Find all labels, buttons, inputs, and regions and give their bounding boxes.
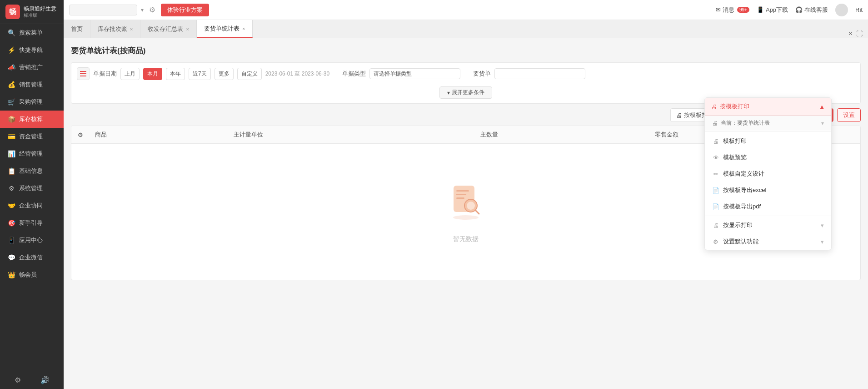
headset-icon: 🎧 (795, 6, 803, 13)
svg-rect-0 (80, 71, 86, 72)
finance-icon: 💳 (7, 132, 15, 141)
svg-rect-5 (456, 190, 469, 192)
volume-icon[interactable]: 🔊 (40, 376, 50, 384)
tab-batch[interactable]: 库存批次账 × (90, 20, 140, 38)
online-service-item[interactable]: 🎧 在线客服 (795, 6, 828, 14)
dropdown-template-export-excel[interactable]: 📄 按模板导出excel (705, 182, 831, 198)
sidebar-item-basic[interactable]: 📋 基础信息 (0, 162, 64, 180)
date-custom[interactable]: 自定义 (237, 68, 262, 80)
date-more[interactable]: 更多 (215, 68, 234, 80)
sidebar-item-inventory[interactable]: 📦 库存核算 (0, 111, 64, 128)
template-design-icon: ✏ (712, 170, 719, 177)
wechat-icon: 💬 (7, 253, 15, 262)
member-icon: 👑 (7, 271, 15, 279)
tab-batch-close[interactable]: × (130, 26, 133, 32)
tab-collection[interactable]: 收发存汇总表 × (140, 20, 196, 38)
goods-label: 要货单 (473, 70, 491, 78)
dropdown-display-print[interactable]: 🖨 按显示打印 ▾ (705, 217, 831, 233)
svg-rect-2 (80, 76, 86, 76)
settings-button[interactable]: 设置 (837, 108, 861, 122)
set-default-arrow: ▾ (821, 238, 824, 245)
tab-collection-close[interactable]: × (186, 26, 189, 32)
sidebar-item-enterprise[interactable]: 🤝 企业协同 (0, 197, 64, 214)
filter-row-1: 单据日期 上月 本月 本年 近7天 更多 自定义 2023-06-01 至 20… (77, 67, 855, 80)
topbar-search-input[interactable] (69, 5, 137, 15)
notification-badge: 99+ (737, 7, 749, 13)
col-goods: 商品 (90, 126, 228, 144)
filter-toggle-btn[interactable] (77, 67, 90, 80)
set-default-icon: ⚙ (712, 238, 719, 245)
current-template-row[interactable]: 🖨 当前：要货单统计表 ▾ (705, 116, 831, 131)
dropdown-template-design[interactable]: ✏ 模板自定义设计 (705, 166, 831, 182)
sidebar-item-purchase[interactable]: 🛒 采购管理 (0, 93, 64, 111)
app-download-icon: 📱 (757, 6, 764, 13)
topbar-gear-icon[interactable]: ⚙ (149, 5, 155, 14)
topbar-dropdown-arrow[interactable]: ▾ (141, 7, 144, 13)
app-logo: 畅 畅康通好生意 标准版 (0, 0, 64, 24)
sidebar-bottom: ⚙ 🔊 (0, 371, 64, 389)
date-this-month[interactable]: 本月 (143, 68, 162, 80)
dropdown-divider-2 (705, 216, 831, 216)
template-pdf-icon: 📄 (712, 203, 719, 210)
app-download-item[interactable]: 📱 App下载 (757, 6, 788, 14)
tab-close-all-icon[interactable]: × (848, 30, 853, 38)
basic-icon: 📋 (7, 167, 15, 175)
marketing-icon: 📣 (7, 63, 15, 71)
sidebar-item-quick-nav[interactable]: ⚡ 快捷导航 (0, 41, 64, 59)
sidebar-item-guide[interactable]: 🎯 新手引导 (0, 214, 64, 232)
print-dropdown-close-arrow[interactable]: ▲ (819, 103, 825, 110)
col-settings[interactable]: ⚙ (71, 126, 90, 144)
svg-rect-7 (456, 197, 464, 199)
sidebar-item-sales[interactable]: 💰 销售管理 (0, 76, 64, 93)
print-dropdown-title: 🖨 按模板打印 (711, 102, 749, 111)
svg-rect-6 (456, 194, 466, 195)
purchase-icon: 🛒 (7, 98, 15, 106)
order-type-select[interactable]: 请选择单据类型 (369, 68, 460, 79)
settings-bottom-icon[interactable]: ⚙ (15, 376, 21, 384)
printer-icon: 🖨 (676, 112, 682, 119)
avatar[interactable] (835, 4, 848, 16)
date-7days[interactable]: 近7天 (189, 68, 211, 80)
date-range-display: 2023-06-01 至 2023-06-30 (265, 70, 329, 78)
date-last-month[interactable]: 上月 (120, 68, 140, 80)
order-type-label: 单据类型 (342, 70, 366, 78)
date-this-year[interactable]: 本年 (166, 68, 185, 80)
sidebar-nav: 🔍 搜索菜单 ⚡ 快捷导航 📣 营销推广 💰 销售管理 🛒 采购管理 📦 库存核… (0, 24, 64, 371)
dropdown-template-preview[interactable]: 👁 模板预览 (705, 149, 831, 166)
trial-button[interactable]: 体验行业方案 (161, 4, 209, 16)
topbar-right: ✉ 消息 99+ 📱 App下载 🎧 在线客服 Rit (716, 4, 863, 16)
template-preview-icon: 👁 (712, 154, 719, 161)
app-center-icon: 📱 (7, 236, 15, 244)
tab-home[interactable]: 首页 (64, 20, 90, 38)
sidebar-item-app-center[interactable]: 📱 应用中心 (0, 232, 64, 249)
username: Rit (855, 6, 863, 13)
template-excel-icon: 📄 (712, 187, 719, 194)
dropdown-set-default[interactable]: ⚙ 设置默认功能 ▾ (705, 233, 831, 250)
sidebar-item-finance[interactable]: 💳 资金管理 (0, 128, 64, 145)
sidebar-item-system[interactable]: ⚙ 系统管理 (0, 180, 64, 197)
tab-expand-icon[interactable]: ⛶ (856, 30, 863, 37)
sidebar-item-marketing[interactable]: 📣 营销推广 (0, 59, 64, 76)
sidebar-item-operations[interactable]: 📊 经营管理 (0, 145, 64, 162)
inventory-icon: 📦 (7, 115, 15, 123)
notification-item[interactable]: ✉ 消息 99+ (716, 6, 749, 14)
col-quantity: 主数量 (475, 126, 649, 144)
date-label: 单据日期 (93, 70, 117, 78)
tabs-bar: 首页 库存批次账 × 收发存汇总表 × 要货单统计表 × × ⛶ (64, 20, 868, 38)
dropdown-template-print[interactable]: 🖨 模板打印 (705, 133, 831, 149)
sidebar-item-member[interactable]: 👑 畅会员 (0, 266, 64, 283)
tab-order-stats[interactable]: 要货单统计表 × (197, 20, 253, 38)
tab-order-stats-close[interactable]: × (242, 26, 245, 31)
quick-nav-icon: ⚡ (7, 46, 15, 54)
goods-select[interactable] (494, 68, 585, 79)
dropdown-template-export-pdf[interactable]: 📄 按模板导出pdf (705, 198, 831, 215)
sidebar-item-wechat[interactable]: 💬 企业微信 (0, 249, 64, 266)
logo-icon: 畅 (5, 5, 20, 19)
content-area: 要货单统计表(按商品) 单据日期 上月 本月 本年 近7天 更多 自定义 202… (64, 38, 868, 389)
tabs-actions: × ⛶ (848, 30, 868, 38)
sidebar-item-search[interactable]: 🔍 搜索菜单 (0, 24, 64, 41)
main-area: ▾ ⚙ 体验行业方案 ✉ 消息 99+ 📱 App下载 🎧 在线客服 Rit 首… (64, 0, 868, 389)
guide-icon: 🎯 (7, 219, 15, 227)
page-title: 要货单统计表(按商品) (71, 45, 861, 56)
filter-expand-button[interactable]: ▾ 展开更多条件 (439, 86, 492, 99)
